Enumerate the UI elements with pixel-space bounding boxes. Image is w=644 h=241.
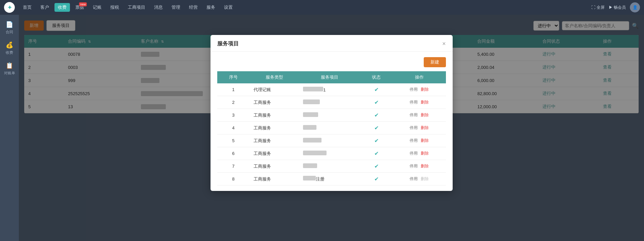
modal-cell-status: ✔: [360, 147, 393, 160]
modal-cell-type: 代理记账: [250, 83, 299, 96]
list-item: 4 工商服务 ✔ 停用 删除: [217, 122, 446, 134]
nav-message[interactable]: 消息: [151, 3, 166, 12]
sidebar: 📄 合同 💰 收费 📋 对账单: [0, 15, 19, 241]
modal-cell-status: ✔: [360, 173, 393, 186]
contract-icon: 📄: [6, 21, 13, 28]
modal-cell-type: 工商服务: [250, 122, 299, 134]
modal-cell-type: 工商服务: [250, 160, 299, 173]
stop-button[interactable]: 停用: [410, 87, 418, 92]
modal-cell-status: ✔: [360, 109, 393, 122]
top-nav: ✦ 首页 客户 收费 票据 new 记账 报税 工商项目 消息 管理 经营 服务…: [0, 0, 644, 15]
nav-manage[interactable]: 管理: [168, 3, 184, 12]
delete-button[interactable]: 删除: [421, 87, 429, 92]
delete-button[interactable]: 删除: [421, 176, 429, 182]
nav-industry[interactable]: 工商项目: [124, 3, 149, 12]
modal-cell-name: [299, 122, 360, 134]
modal-cell-action: 停用 删除: [393, 147, 446, 160]
modal-cell-type: 工商服务: [250, 109, 299, 122]
stop-button[interactable]: 停用: [410, 163, 418, 169]
nav-service[interactable]: 服务: [203, 3, 219, 12]
stop-button[interactable]: 停用: [410, 99, 418, 105]
modal-cell-name: [299, 96, 360, 109]
modal-col-action: 操作: [393, 71, 446, 83]
delete-button[interactable]: 删除: [421, 99, 429, 105]
nav-settings[interactable]: 设置: [221, 3, 236, 12]
nav-bookkeeping[interactable]: 记账: [89, 3, 105, 12]
modal-overlay[interactable]: 服务项目 × 新建 序号 服务类型 服务项目 状态 操作: [19, 15, 644, 241]
modal-title: 服务项目: [217, 40, 239, 47]
modal-table-header: 序号 服务类型 服务项目 状态 操作: [217, 71, 446, 83]
modal-cell-status: ✔: [360, 134, 393, 147]
nav-fee[interactable]: 收费: [54, 3, 70, 12]
delete-button[interactable]: 删除: [421, 163, 429, 169]
modal-cell-action: 停用 删除: [393, 173, 446, 186]
sidebar-label-reconcile: 对账单: [4, 71, 15, 76]
modal-cell-name: [299, 147, 360, 160]
modal-cell-type: 工商服务: [250, 173, 299, 186]
modal-body: 新建 序号 服务类型 服务项目 状态 操作: [211, 52, 453, 191]
stop-button[interactable]: 停用: [410, 138, 418, 144]
modal-cell-action: 停用 删除: [393, 83, 446, 96]
delete-button[interactable]: 删除: [421, 112, 429, 118]
reconcile-icon: 📋: [6, 62, 13, 69]
service-items-table: 序号 服务类型 服务项目 状态 操作 1 代理记账 1 ✔: [217, 71, 446, 186]
modal-cell-type: 工商服务: [250, 96, 299, 109]
member-btn[interactable]: ▶ 畅会员: [609, 5, 626, 10]
list-item: 6 工商服务 ✔ 停用 删除: [217, 147, 446, 160]
fee-icon: 💰: [6, 41, 13, 49]
stop-button[interactable]: 停用: [410, 176, 418, 182]
nav-operation[interactable]: 经营: [186, 3, 201, 12]
nav-home[interactable]: 首页: [20, 3, 35, 12]
stop-button[interactable]: 停用: [410, 125, 418, 131]
modal-new-button[interactable]: 新建: [424, 57, 446, 67]
modal-close-button[interactable]: ×: [442, 40, 446, 47]
avatar[interactable]: 👤: [630, 2, 640, 12]
delete-button[interactable]: 删除: [421, 125, 429, 131]
modal-cell-seq: 8: [217, 173, 250, 186]
list-item: 7 工商服务 ✔ 停用 删除: [217, 160, 446, 173]
modal-table-wrapper[interactable]: 序号 服务类型 服务项目 状态 操作 1 代理记账 1 ✔: [217, 71, 446, 186]
modal-cell-seq: 1: [217, 83, 250, 96]
modal-toolbar: 新建: [217, 57, 446, 67]
modal-cell-name: 1: [299, 83, 360, 96]
modal-cell-name: [299, 109, 360, 122]
modal-cell-name: 注册: [299, 173, 360, 186]
stop-button[interactable]: 停用: [410, 112, 418, 118]
modal-table-body: 1 代理记账 1 ✔ 停用 删除 2 工商服务: [217, 83, 446, 186]
modal-cell-status: ✔: [360, 83, 393, 96]
nav-bill[interactable]: 票据 new: [72, 3, 87, 12]
list-item: 8 工商服务 注册 ✔ 停用 删除: [217, 173, 446, 186]
modal-cell-action: 停用 删除: [393, 160, 446, 173]
modal-col-name: 服务项目: [299, 71, 360, 83]
sidebar-label-fee: 收费: [6, 50, 13, 55]
modal-cell-action: 停用 删除: [393, 96, 446, 109]
modal-cell-name: [299, 134, 360, 147]
nav-tax[interactable]: 报税: [107, 3, 122, 12]
nav-right: ⛶ 全屏 ▶ 畅会员 👤: [591, 2, 640, 12]
modal-cell-action: 停用 删除: [393, 134, 446, 147]
modal-col-status: 状态: [360, 71, 393, 83]
stop-button[interactable]: 停用: [410, 151, 418, 156]
modal-cell-seq: 2: [217, 96, 250, 109]
modal-cell-action: 停用 删除: [393, 109, 446, 122]
modal-col-seq: 序号: [217, 71, 250, 83]
modal-cell-status: ✔: [360, 160, 393, 173]
nav-customer[interactable]: 客户: [37, 3, 52, 12]
nav-badge-new: new: [79, 2, 87, 6]
fullscreen-btn[interactable]: ⛶ 全屏: [591, 5, 604, 10]
modal-cell-action: 停用 删除: [393, 122, 446, 134]
sidebar-item-fee[interactable]: 💰 收费: [1, 39, 18, 58]
modal-cell-status: ✔: [360, 96, 393, 109]
service-items-modal: 服务项目 × 新建 序号 服务类型 服务项目 状态 操作: [211, 35, 453, 191]
list-item: 1 代理记账 1 ✔ 停用 删除: [217, 83, 446, 96]
list-item: 3 工商服务 ✔ 停用 删除: [217, 109, 446, 122]
modal-cell-type: 工商服务: [250, 134, 299, 147]
modal-header: 服务项目 ×: [211, 35, 453, 52]
modal-cell-seq: 3: [217, 109, 250, 122]
sidebar-item-contract[interactable]: 📄 合同: [1, 18, 18, 37]
delete-button[interactable]: 删除: [421, 151, 429, 156]
list-item: 5 工商服务 ✔ 停用 删除: [217, 134, 446, 147]
delete-button[interactable]: 删除: [421, 138, 429, 144]
sidebar-label-contract: 合同: [6, 30, 13, 35]
sidebar-item-reconcile[interactable]: 📋 对账单: [1, 59, 18, 78]
